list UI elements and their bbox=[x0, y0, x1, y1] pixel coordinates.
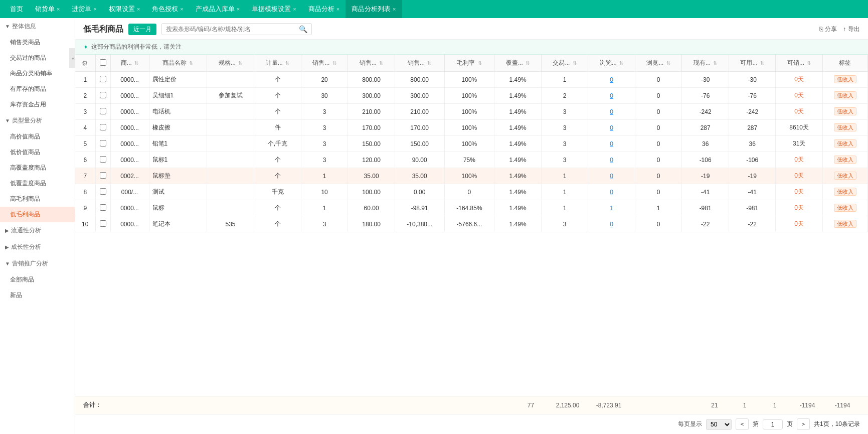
cell-browse2: 0 bbox=[635, 136, 682, 152]
row-checkbox[interactable] bbox=[100, 92, 106, 98]
sidebar-item-category-sales[interactable]: 商品分类助销率 bbox=[0, 66, 75, 81]
sidebar-item-high-margin[interactable]: 高毛利商品 bbox=[0, 191, 75, 207]
cell-tag: 低收入 bbox=[822, 72, 867, 88]
search-icon[interactable]: 🔍 bbox=[299, 25, 307, 33]
sidebar-item-stock-capital[interactable]: 库存资金占用 bbox=[0, 97, 75, 112]
nav-close-product[interactable]: × bbox=[237, 6, 240, 12]
browse1-link[interactable]: 0 bbox=[610, 189, 613, 196]
browse1-link[interactable]: 0 bbox=[610, 108, 613, 115]
sidebar-item-all-goods[interactable]: 全部商品 bbox=[0, 272, 75, 287]
sidebar-group-marketing-label: 营销推广分析 bbox=[12, 259, 48, 268]
browse1-link[interactable]: 0 bbox=[610, 140, 613, 148]
nav-close-goods-list[interactable]: × bbox=[393, 6, 396, 12]
th-available[interactable]: 可用... ⇅ bbox=[729, 55, 776, 72]
cell-unit: 个 bbox=[254, 168, 301, 184]
sidebar-item-low-margin[interactable]: 低毛利商品 bbox=[0, 207, 75, 222]
nav-role-auth[interactable]: 角色授权 × bbox=[146, 0, 189, 18]
sidebar-item-high-value[interactable]: 高价值商品 bbox=[0, 129, 75, 144]
nav-close-sales-order[interactable]: × bbox=[57, 6, 60, 12]
row-checkbox[interactable] bbox=[100, 204, 106, 211]
th-browse1[interactable]: 浏览... ⇅ bbox=[588, 55, 635, 72]
sidebar-item-traded-goods[interactable]: 交易过的商品 bbox=[0, 50, 75, 66]
browse1-link[interactable]: 1 bbox=[610, 205, 613, 212]
settings-icon[interactable]: ⚙ bbox=[82, 59, 88, 67]
browse1-link[interactable]: 0 bbox=[610, 221, 613, 228]
nav-goods-analysis[interactable]: 商品分析 × bbox=[302, 0, 345, 18]
sidebar-item-instock-goods[interactable]: 有库存的商品 bbox=[0, 81, 75, 97]
cell-unit: 千克 bbox=[254, 184, 301, 200]
th-code[interactable]: 商... ⇅ bbox=[110, 55, 149, 72]
select-all-checkbox[interactable] bbox=[100, 59, 106, 66]
th-profit-rate[interactable]: 毛利率 ⇅ bbox=[444, 55, 494, 72]
browse1-link[interactable]: 0 bbox=[610, 173, 613, 180]
page-input[interactable] bbox=[763, 419, 783, 429]
row-checkbox[interactable] bbox=[100, 124, 106, 130]
row-checkbox[interactable] bbox=[100, 188, 106, 195]
export-button[interactable]: ↑ 导出 bbox=[843, 25, 860, 34]
cell-code: 0000... bbox=[110, 120, 149, 136]
nav-product-instock[interactable]: 产成品入库单 × bbox=[190, 0, 246, 18]
th-browse2[interactable]: 浏览... ⇅ bbox=[635, 55, 682, 72]
browse1-link[interactable]: 0 bbox=[610, 124, 613, 131]
browse1-link[interactable]: 0 bbox=[610, 157, 613, 164]
search-input[interactable] bbox=[166, 26, 299, 33]
prev-page-btn[interactable]: ＜ bbox=[736, 418, 749, 430]
th-coverage[interactable]: 覆盖... ⇅ bbox=[494, 55, 542, 72]
cell-trades: 1 bbox=[541, 200, 588, 216]
row-checkbox[interactable] bbox=[100, 140, 106, 147]
nav-goods-analysis-list[interactable]: 商品分析列表 × bbox=[345, 0, 402, 18]
sidebar-group-circulation[interactable]: ▶ 流通性分析 bbox=[0, 222, 75, 239]
cell-sales-profit: 210.00 bbox=[395, 104, 444, 120]
th-settings[interactable]: ⚙ bbox=[75, 55, 95, 72]
cell-sales-qty: 30 bbox=[301, 88, 348, 104]
sidebar-item-low-coverage[interactable]: 低覆盖度商品 bbox=[0, 176, 75, 191]
nav-home[interactable]: 首页 bbox=[4, 0, 29, 18]
sidebar-group-overall[interactable]: ▼ 整体信息 bbox=[0, 18, 75, 35]
next-page-btn[interactable]: ＞ bbox=[797, 418, 810, 430]
nav-purchase-order[interactable]: 进货单 × bbox=[66, 0, 102, 18]
nav-close-goods-analysis[interactable]: × bbox=[336, 6, 339, 12]
th-sales-qty[interactable]: 销售... ⇅ bbox=[301, 55, 348, 72]
row-checkbox[interactable] bbox=[100, 108, 106, 114]
nav-close-template[interactable]: × bbox=[293, 6, 296, 12]
page-size-select[interactable]: 50 100 bbox=[706, 419, 732, 430]
row-checkbox[interactable] bbox=[100, 172, 106, 179]
sidebar-item-new-goods[interactable]: 新品 bbox=[0, 287, 75, 303]
cell-sales-amt: 120.00 bbox=[348, 152, 395, 168]
row-checkbox[interactable] bbox=[100, 156, 106, 163]
th-sales-amt[interactable]: 销售... ⇅ bbox=[348, 55, 395, 72]
sidebar-item-high-coverage[interactable]: 高覆盖度商品 bbox=[0, 160, 75, 176]
share-button[interactable]: ⎘ 分享 bbox=[819, 25, 837, 34]
browse1-link[interactable]: 0 bbox=[610, 92, 613, 99]
sidebar-item-low-value[interactable]: 低价值商品 bbox=[0, 144, 75, 160]
nav-close-permission[interactable]: × bbox=[137, 6, 140, 12]
row-checkbox[interactable] bbox=[100, 220, 106, 227]
cell-browse1: 0 bbox=[588, 72, 635, 88]
cell-stock: 36 bbox=[682, 136, 729, 152]
cell-unit: 个 bbox=[254, 200, 301, 216]
sidebar-collapse-btn[interactable]: « bbox=[69, 48, 75, 68]
sidebar-group-growth[interactable]: ▶ 成长性分析 bbox=[0, 239, 75, 255]
period-button[interactable]: 近一月 bbox=[128, 24, 156, 35]
cell-coverage: 1.49% bbox=[494, 88, 542, 104]
browse1-link[interactable]: 0 bbox=[610, 76, 613, 83]
th-salable[interactable]: 可销... ⇅ bbox=[776, 55, 823, 72]
row-checkbox[interactable] bbox=[100, 76, 106, 82]
nav-permission[interactable]: 权限设置 × bbox=[103, 0, 146, 18]
cell-tag: 低收入 bbox=[822, 216, 867, 232]
sidebar-item-sales-goods[interactable]: 销售类商品 bbox=[0, 35, 75, 50]
nav-close-purchase[interactable]: × bbox=[93, 6, 96, 12]
sidebar-group-marketing[interactable]: ▼ 营销推广分析 bbox=[0, 255, 75, 272]
cell-num: 3 bbox=[75, 104, 95, 120]
th-spec[interactable]: 规格... ⇅ bbox=[207, 55, 254, 72]
nav-sales-order[interactable]: 销货单 × bbox=[29, 0, 66, 18]
th-stock[interactable]: 现有... ⇅ bbox=[682, 55, 729, 72]
th-sales-profit[interactable]: 销售... ⇅ bbox=[395, 55, 444, 72]
cell-stock: -242 bbox=[682, 104, 729, 120]
sidebar-group-type-analysis[interactable]: ▼ 类型量分析 bbox=[0, 112, 75, 129]
th-unit[interactable]: 计量... ⇅ bbox=[254, 55, 301, 72]
nav-close-role[interactable]: × bbox=[180, 6, 183, 12]
th-name[interactable]: 商品名称 ⇅ bbox=[149, 55, 207, 72]
nav-template[interactable]: 单据模板设置 × bbox=[246, 0, 302, 18]
th-trades[interactable]: 交易... ⇅ bbox=[541, 55, 588, 72]
